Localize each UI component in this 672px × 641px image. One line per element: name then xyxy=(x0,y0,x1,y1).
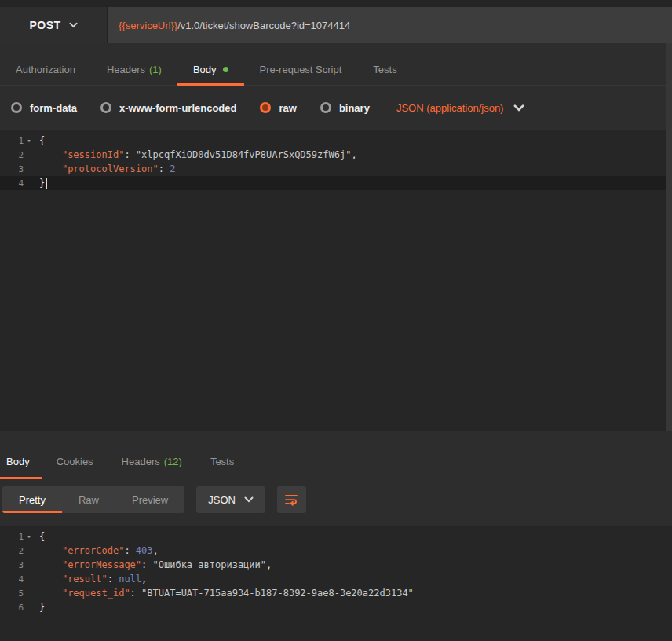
line-number: 3 xyxy=(0,558,35,572)
tab-label: Tests xyxy=(373,64,396,75)
tab-response-body[interactable]: Body xyxy=(0,444,42,478)
radio-icon xyxy=(320,102,331,113)
chevron-down-icon xyxy=(244,496,254,503)
tab-label: Body xyxy=(6,456,30,467)
code-line: "sessionId": "xlpcqfXiOD0dv51D84fvP8UArS… xyxy=(35,148,672,162)
method-label: POST xyxy=(29,19,60,31)
radio-label: form-data xyxy=(30,102,77,114)
radio-label: binary xyxy=(339,102,370,114)
editor-gutter: 1▾234 xyxy=(0,130,35,431)
text-cursor xyxy=(46,178,47,189)
tab-label: Pre-request Script xyxy=(260,64,342,75)
tab-label: Tests xyxy=(210,456,234,467)
view-mode-group: Pretty Raw Preview xyxy=(2,486,184,513)
editor-gutter: 1▾23456 xyxy=(0,526,35,641)
tab-response-cookies[interactable]: Cookies xyxy=(42,444,108,478)
tab-body[interactable]: Body xyxy=(177,54,244,85)
tab-pre-request-script[interactable]: Pre-request Script xyxy=(244,54,358,85)
pretty-button[interactable]: Pretty xyxy=(2,486,62,513)
radio-label: raw xyxy=(279,102,296,114)
code-line: "result": null, xyxy=(35,572,672,586)
code-line: } xyxy=(35,176,672,190)
radio-icon xyxy=(100,102,111,113)
code-line: "errorMessage": "Ошибка авторизации", xyxy=(35,558,672,572)
editor-code-area: { "errorCode": 403, "errorMessage": "Оши… xyxy=(35,526,672,641)
tab-authorization[interactable]: Authorization xyxy=(0,54,91,85)
tab-label: Body xyxy=(193,64,217,75)
request-panel-scrollbar[interactable] xyxy=(666,43,672,431)
tab-response-tests[interactable]: Tests xyxy=(196,444,248,478)
editor-code-area: { "sessionId": "xlpcqfXiOD0dv51D84fvP8UA… xyxy=(35,130,672,431)
body-active-dot-icon xyxy=(223,67,228,72)
response-view-controls: Pretty Raw Preview JSON xyxy=(2,486,672,513)
fold-caret-icon[interactable]: ▾ xyxy=(24,137,35,145)
line-number: 1▾ xyxy=(0,529,35,544)
postman-app: POST {{serviceUrl}}/v1.0/ticket/showBarc… xyxy=(0,0,672,641)
radio-raw[interactable]: raw xyxy=(260,102,296,114)
code-line: } xyxy=(35,600,672,614)
line-number: 2 xyxy=(0,148,35,162)
button-label: Raw xyxy=(79,494,99,506)
preview-button[interactable]: Preview xyxy=(115,486,184,513)
code-line: "request_id": "BTUAT=UAT-715aa934-b187-8… xyxy=(35,586,672,600)
tab-headers[interactable]: Headers(1) xyxy=(91,54,177,85)
method-select[interactable]: POST xyxy=(0,7,108,43)
content-type-label: JSON (application/json) xyxy=(396,102,504,114)
line-number: 6 xyxy=(0,600,35,614)
fold-caret-icon[interactable]: ▾ xyxy=(24,533,35,540)
code-line: { xyxy=(35,529,672,544)
body-type-row: form-data x-www-form-urlencoded raw bina… xyxy=(0,86,672,130)
button-label: Pretty xyxy=(19,494,46,506)
content-type-dropdown[interactable]: JSON (application/json) xyxy=(396,102,525,114)
response-language-dropdown[interactable]: JSON xyxy=(196,486,265,513)
url-environment-variable: {{serviceUrl}} xyxy=(119,20,177,31)
language-label: JSON xyxy=(208,494,236,506)
radio-icon xyxy=(11,102,22,113)
line-number: 5 xyxy=(0,586,35,600)
raw-button[interactable]: Raw xyxy=(62,486,115,513)
request-body-editor[interactable]: 1▾234 { "sessionId": "xlpcqfXiOD0dv51D84… xyxy=(0,130,672,431)
radio-selected-icon xyxy=(260,102,271,113)
url-path: /v1.0/ticket/showBarcode?id=1074414 xyxy=(177,20,350,31)
code-line: "protocolVersion": 2 xyxy=(35,162,672,176)
line-number: 2 xyxy=(0,544,35,558)
chevron-down-icon xyxy=(513,104,524,112)
request-tabs: Authorization Headers(1) Body Pre-reques… xyxy=(0,54,672,86)
code-line: "errorCode": 403, xyxy=(35,544,672,558)
button-label: Preview xyxy=(132,494,168,506)
code-line: { xyxy=(35,134,672,148)
wrap-text-button[interactable] xyxy=(277,486,306,513)
response-body-editor[interactable]: 1▾23456 { "errorCode": 403, "errorMessag… xyxy=(0,526,672,641)
response-headers-count-badge: (12) xyxy=(164,456,182,467)
line-number: 4 xyxy=(0,176,35,190)
chevron-down-icon xyxy=(69,22,78,28)
wrap-text-icon xyxy=(284,493,298,507)
url-input[interactable]: {{serviceUrl}}/v1.0/ticket/showBarcode?i… xyxy=(108,7,672,43)
radio-form-data[interactable]: form-data xyxy=(11,102,77,114)
line-number: 3 xyxy=(0,162,35,176)
request-url-bar: POST {{serviceUrl}}/v1.0/ticket/showBarc… xyxy=(0,7,672,43)
radio-binary[interactable]: binary xyxy=(320,102,370,114)
radio-label: x-www-form-urlencoded xyxy=(119,102,237,114)
line-number: 1▾ xyxy=(0,134,35,148)
radio-x-www-form-urlencoded[interactable]: x-www-form-urlencoded xyxy=(100,102,237,114)
tab-label: Authorization xyxy=(16,64,75,75)
tab-label: Headers xyxy=(122,456,160,467)
window-top-edge xyxy=(0,0,672,7)
line-number: 4 xyxy=(0,572,35,586)
response-tabs: Body Cookies Headers(12) Tests xyxy=(0,444,672,478)
tab-tests[interactable]: Tests xyxy=(357,54,412,85)
tab-response-headers[interactable]: Headers(12) xyxy=(108,444,196,478)
tab-label: Cookies xyxy=(57,456,93,467)
tab-label: Headers xyxy=(107,64,145,75)
headers-count-badge: (1) xyxy=(149,64,162,75)
